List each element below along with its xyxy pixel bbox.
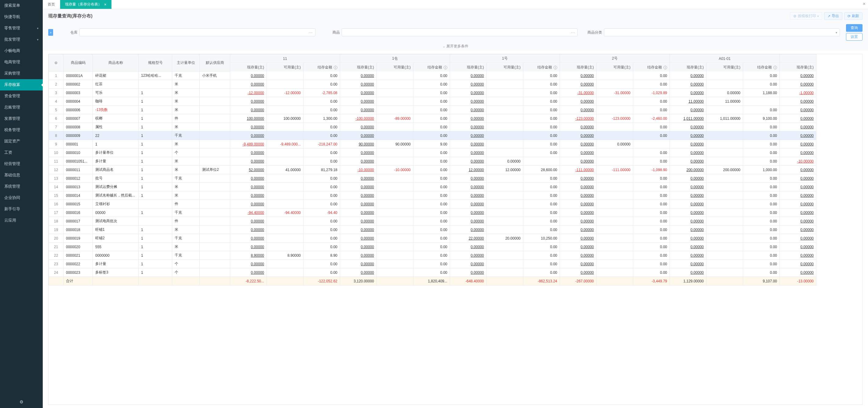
cell-value[interactable]: 0.00000	[560, 148, 596, 157]
cell-value[interactable]	[487, 89, 523, 97]
cell-value[interactable]	[377, 89, 413, 97]
cell-value[interactable]: 0.00000	[670, 71, 707, 80]
col-sub-4-1[interactable]: 可用量(主)	[707, 63, 743, 71]
cell-value[interactable]	[377, 200, 413, 208]
cell-value[interactable]: 0.00000	[450, 243, 487, 251]
col-sub-2-2[interactable]: 结存金额 i	[523, 63, 560, 71]
cell-value[interactable]: 0.00	[743, 80, 780, 89]
cell-value[interactable]: 0.00000	[340, 191, 377, 200]
cell-value[interactable]: 0.00000	[450, 183, 487, 191]
cell-value[interactable]: 0.00	[633, 132, 670, 140]
sidebar-item-4[interactable]: 小畅电商	[0, 45, 43, 57]
cell-value[interactable]: 12.00000	[487, 166, 523, 174]
cell-value[interactable]: 9,100.00	[743, 114, 780, 123]
cell-value[interactable]: 1,011.00000	[707, 114, 743, 123]
cell-value[interactable]: 0.00000	[230, 226, 267, 234]
cell-value[interactable]: 0.00	[413, 97, 450, 106]
col-sub-1-2[interactable]: 结存金额 i	[413, 63, 450, 71]
cell-value[interactable]: -1.00000	[780, 89, 816, 97]
cell-value[interactable]: 0.00000	[230, 132, 267, 140]
cell-value[interactable]	[267, 132, 304, 140]
cell-value[interactable]: 0.00	[633, 123, 670, 132]
cell-value[interactable]: -31.00000	[560, 89, 596, 97]
cell-value[interactable]: 0.00000	[670, 174, 707, 183]
cell-value[interactable]: 0.00	[304, 217, 340, 226]
cell-value[interactable]: 0.00000	[450, 226, 487, 234]
cell-value[interactable]: 0.00000	[670, 132, 707, 140]
cell-value[interactable]	[707, 208, 743, 217]
cell-value[interactable]: 0.00	[633, 208, 670, 217]
cell-value[interactable]: 0.00000	[560, 97, 596, 106]
cell-value[interactable]: 0.00	[304, 106, 340, 114]
cell-value[interactable]: 0.00	[304, 243, 340, 251]
cell-value[interactable]	[523, 157, 560, 166]
cell-value[interactable]	[377, 123, 413, 132]
cell-value[interactable]	[377, 106, 413, 114]
cell-value[interactable]: 28,600.00	[523, 166, 560, 174]
cell-value[interactable]: 0.00000	[560, 243, 596, 251]
cell-value[interactable]: 0.00000	[560, 268, 596, 277]
cell-value[interactable]: 0.00	[413, 251, 450, 260]
cell-value[interactable]	[487, 183, 523, 191]
table-row[interactable]: 100000010多计量单位1个0.000000.000.000000.000.…	[49, 148, 816, 157]
cell-value[interactable]: 0.00	[523, 217, 560, 226]
cell-value[interactable]: 0.00	[743, 234, 780, 243]
table-row[interactable]: 240000023多标签31个0.000000.000.000000.000.0…	[49, 268, 816, 277]
table-row[interactable]: 230000022多计量1个0.000000.000.000000.000.00…	[49, 260, 816, 268]
col-sub-4-2[interactable]: 结存金额 i	[743, 63, 780, 71]
cell-value[interactable]	[596, 183, 633, 191]
cell-value[interactable]	[596, 71, 633, 80]
table-row[interactable]: 40000004咖啡1米0.000000.000.000000.000.0000…	[49, 97, 816, 106]
cell-value[interactable]: 0.00000	[780, 80, 816, 89]
cell-value[interactable]: 0.00000	[450, 148, 487, 157]
cell-value[interactable]: 0.00000	[780, 71, 816, 80]
cell-value[interactable]: 12.00000	[450, 166, 487, 174]
lookup-icon[interactable]: ···	[571, 30, 575, 34]
cell-value[interactable]: 0.00000	[560, 140, 596, 148]
cell-value[interactable]: 0.00	[743, 132, 780, 140]
table-row[interactable]: 80000009221千克0.000000.000.000000.000.000…	[49, 132, 816, 140]
cell-value[interactable]: 0.00	[523, 174, 560, 183]
cell-value[interactable]: 0.00000	[560, 191, 596, 200]
cell-value[interactable]: -12.00000	[230, 89, 267, 97]
tab-active[interactable]: 现存量（库存分布表） ×	[60, 0, 112, 9]
sidebar-item-6[interactable]: 采购管理	[0, 68, 43, 79]
cell-value[interactable]: 0.00	[304, 191, 340, 200]
cell-value[interactable]: 0.00000	[450, 80, 487, 89]
cell-value[interactable]: -9,489.000...	[267, 140, 304, 148]
refresh-button[interactable]: ⟳刷新	[844, 12, 863, 20]
cell-value[interactable]: 0.00	[523, 200, 560, 208]
col-name[interactable]: 商品名称	[93, 54, 138, 71]
cell-value[interactable]: 0.00000	[230, 234, 267, 243]
cell-value[interactable]: 0.00	[743, 191, 780, 200]
cell-value[interactable]	[377, 71, 413, 80]
cell-value[interactable]: 90.00000	[377, 140, 413, 148]
cell-value[interactable]: 0.00	[413, 106, 450, 114]
cell-value[interactable]: 0.00000	[780, 191, 816, 200]
sidebar-item-15[interactable]: 基础信息	[0, 170, 43, 181]
col-sub-4-0[interactable]: 现存量(主)	[670, 63, 707, 71]
cell-value[interactable]: 0.00000	[450, 217, 487, 226]
cell-value[interactable]: 0.00000	[560, 174, 596, 183]
cell-value[interactable]	[487, 123, 523, 132]
table-row[interactable]: 180000017测试电商批次件0.000000.000.000000.000.…	[49, 217, 816, 226]
cell-value[interactable]: 0.00000	[340, 148, 377, 157]
cell-value[interactable]	[596, 208, 633, 217]
table-row[interactable]: 11000001051...多计量1米0.000000.000.000000.0…	[49, 157, 816, 166]
col-sub-1-1[interactable]: 可用量(主)	[377, 63, 413, 71]
cell-value[interactable]: 0.00000	[780, 260, 816, 268]
cell-value[interactable]: 0.00000	[780, 208, 816, 217]
close-all-icon[interactable]: ×	[863, 1, 866, 7]
cell-value[interactable]	[267, 243, 304, 251]
cell-value[interactable]: 0.00000	[560, 260, 596, 268]
cell-value[interactable]: 0.00000	[450, 174, 487, 183]
close-icon[interactable]: ×	[104, 2, 106, 7]
cell-value[interactable]: 0.00000	[780, 97, 816, 106]
cell-value[interactable]: 0.00000	[560, 123, 596, 132]
cell-value[interactable]: 0.00	[304, 200, 340, 208]
cell-value[interactable]: -9,489.00000	[230, 140, 267, 148]
cell-value[interactable]: 0.00	[633, 243, 670, 251]
cell-value[interactable]: 0.00000	[230, 174, 267, 183]
cell-value[interactable]: 0.00000	[340, 89, 377, 97]
cell-value[interactable]: 0.00	[743, 243, 780, 251]
